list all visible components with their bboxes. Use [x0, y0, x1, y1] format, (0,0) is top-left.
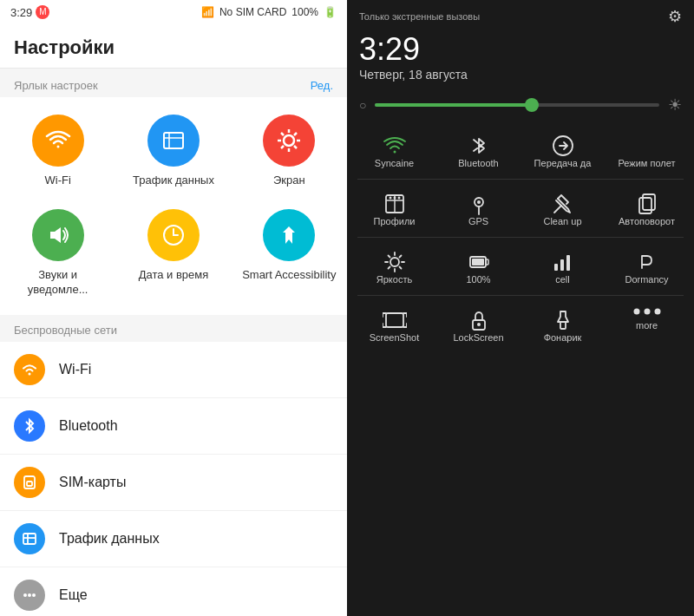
qa-cell-icon [551, 250, 575, 274]
svg-point-34 [390, 258, 399, 266]
qa-transfer[interactable]: Передача да [522, 125, 603, 175]
list-bt-label: Bluetooth [59, 418, 118, 434]
shortcut-label-row: Ярлык настроек Ред. [0, 69, 347, 97]
list-sim-icon [14, 467, 45, 498]
tile-accessibility[interactable]: Smart Accessibility [232, 199, 347, 308]
qa-syncaine[interactable]: Syncaine [354, 125, 435, 175]
battery-text: 100% [291, 6, 318, 18]
shortcut-label: Ярлык настроек [14, 79, 98, 92]
clock-date: Четверг, 18 августа [359, 68, 682, 82]
svg-line-39 [388, 256, 390, 258]
list-traffic-svg [21, 530, 38, 547]
qa-cell[interactable]: cell [522, 241, 603, 292]
qa-cleanup[interactable]: Clean up [522, 183, 603, 233]
svg-line-11 [281, 146, 284, 148]
svg-rect-52 [560, 322, 566, 329]
settings-title: Настройки [0, 24, 347, 69]
qa-autorotate[interactable]: Автоповорот [606, 183, 687, 233]
svg-rect-0 [164, 133, 183, 148]
status-bar-left: 3:29 M [10, 5, 49, 19]
qa-brightness-label: Яркость [376, 274, 412, 285]
svg-rect-14 [24, 476, 35, 488]
brightness-min-icon: ○ [359, 98, 366, 112]
svg-marker-12 [50, 227, 61, 243]
svg-point-19 [23, 593, 27, 597]
list-item-traffic[interactable]: Трафик данных [0, 511, 347, 567]
qa-cell-label: cell [555, 274, 570, 285]
svg-line-40 [399, 267, 401, 269]
svg-rect-46 [554, 264, 558, 271]
list-bt-svg [21, 417, 38, 435]
tile-datetime[interactable]: Дата и время [115, 199, 231, 308]
qa-cleanup-label: Clean up [543, 216, 581, 226]
list-more-icon [14, 580, 45, 611]
brightness-thumb [525, 98, 539, 112]
tile-wifi[interactable]: Wi-Fi [0, 104, 115, 199]
list-sim-label: SIM-карты [59, 475, 126, 490]
status-bar-right: 📶 No SIM CARD 100% 🔋 [201, 6, 337, 18]
svg-point-28 [397, 197, 400, 200]
traffic-svg-icon [160, 128, 187, 154]
brightness-fill [375, 103, 531, 107]
svg-rect-48 [566, 255, 570, 271]
qa-gps[interactable]: GPS [438, 183, 519, 233]
list-traffic-icon [14, 523, 45, 554]
svg-rect-32 [639, 198, 651, 213]
notification-shade: Только экстренные вызовы ⚙ 3:29 Четверг,… [347, 0, 694, 616]
tile-datetime-icon [147, 209, 200, 261]
clock-display: 3:29 Четверг, 18 августа [347, 29, 694, 88]
tile-traffic-icon [147, 115, 200, 167]
qa-more[interactable]: more [606, 299, 687, 350]
qa-battery[interactable]: 100% [438, 241, 519, 292]
edit-button[interactable]: Ред. [311, 79, 333, 92]
time-display: 3:29 [10, 6, 32, 19]
svg-point-53 [633, 309, 639, 315]
dot3 [654, 308, 661, 315]
tile-screen-label: Экран [273, 174, 305, 188]
qa-airplane-label: Режим полет [618, 158, 675, 168]
tile-sound-icon [32, 209, 84, 261]
tile-traffic-label: Трафик данных [133, 174, 214, 188]
qa-bluetooth[interactable]: Bluetooth [438, 125, 519, 175]
list-traffic-label: Трафик данных [59, 531, 160, 547]
svg-point-26 [389, 197, 391, 200]
tile-accessibility-label: Smart Accessibility [242, 268, 336, 283]
list-more-label: Еще [59, 587, 88, 603]
brightness-slider[interactable] [375, 103, 659, 107]
quick-actions-row4: ScreenShot LockScreen Фонарик [347, 296, 694, 353]
qa-transfer-label: Передача да [534, 158, 592, 168]
tile-screen[interactable]: Экран [232, 104, 347, 199]
list-item-sim[interactable]: SIM-карты [0, 455, 347, 511]
qa-flashlight[interactable]: Фонарик [522, 299, 603, 350]
svg-point-3 [284, 135, 294, 146]
list-wifi-icon [14, 354, 45, 385]
qa-airplane[interactable]: Режим полет [606, 125, 687, 175]
miui-badge: M [36, 5, 49, 19]
settings-gear-icon[interactable]: ⚙ [668, 7, 682, 26]
svg-point-54 [644, 309, 650, 315]
svg-line-10 [294, 133, 297, 135]
list-item-more[interactable]: Еще [0, 567, 347, 616]
qa-brightness[interactable]: Яркость [354, 241, 435, 292]
svg-point-51 [477, 323, 481, 326]
qa-battery-icon [467, 250, 491, 274]
accessibility-svg-icon [276, 222, 302, 248]
svg-point-55 [654, 309, 660, 315]
qa-screenshot[interactable]: ScreenShot [354, 299, 435, 350]
tile-wifi-icon [32, 115, 84, 167]
tile-traffic[interactable]: Трафик данных [115, 104, 231, 199]
brightness-max-icon: ☀ [668, 95, 682, 115]
qa-bluetooth-icon [467, 134, 491, 158]
settings-panel: 3:29 M 📶 No SIM CARD 100% 🔋 Настройки Яр… [0, 0, 347, 616]
qa-dormancy[interactable]: Dormancy [606, 241, 687, 292]
qa-autorotate-icon [635, 192, 659, 216]
qa-autorotate-label: Автоповорот [619, 216, 675, 226]
list-item-wifi[interactable]: Wi-Fi [0, 342, 347, 398]
dot2 [644, 308, 651, 315]
svg-rect-16 [23, 534, 36, 544]
qa-lockscreen[interactable]: LockScreen [438, 299, 519, 350]
list-item-bluetooth[interactable]: Bluetooth [0, 398, 347, 455]
clock-time: 3:29 [359, 31, 682, 68]
tile-sound[interactable]: Звуки и уведомле... [0, 199, 115, 308]
qa-profiles[interactable]: Профили [354, 183, 435, 233]
